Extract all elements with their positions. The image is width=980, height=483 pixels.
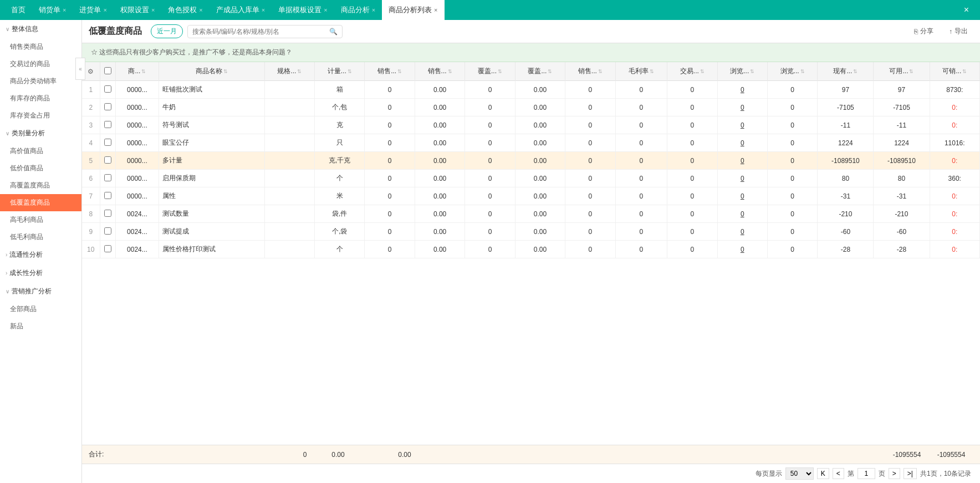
sidebar-collapse-button[interactable]: « bbox=[75, 58, 85, 80]
nav-item-purchase[interactable]: 进货单 × bbox=[73, 0, 113, 20]
cell-browse1[interactable]: 0 bbox=[717, 81, 767, 99]
th-available[interactable]: 可用... ⇅ bbox=[874, 62, 930, 81]
row-checkbox[interactable] bbox=[104, 210, 111, 217]
th-code[interactable]: 商... ⇅ bbox=[115, 62, 159, 81]
th-coverage2[interactable]: 覆盖... ⇅ bbox=[515, 62, 565, 81]
th-sales-days[interactable]: 销售... ⇅ bbox=[565, 62, 615, 81]
cell-checkbox[interactable] bbox=[100, 152, 115, 170]
cell-checkbox[interactable] bbox=[100, 81, 115, 99]
sidebar-section-flow[interactable]: › 流通性分析 bbox=[0, 246, 81, 264]
next-page-button[interactable]: > bbox=[889, 468, 900, 479]
nav-item-roles[interactable]: 角色授权 × bbox=[161, 0, 209, 20]
row-checkbox[interactable] bbox=[104, 121, 111, 128]
sidebar-item-high-margin[interactable]: 高毛利商品 bbox=[0, 211, 81, 228]
th-unit[interactable]: 计量... ⇅ bbox=[315, 62, 365, 81]
th-coverage1[interactable]: 覆盖... ⇅ bbox=[465, 62, 515, 81]
th-checkbox[interactable] bbox=[100, 62, 115, 81]
cell-checkbox[interactable] bbox=[100, 187, 115, 205]
close-templates-icon[interactable]: × bbox=[324, 7, 327, 13]
sidebar-section-category[interactable]: ∨ 类别量分析 bbox=[0, 124, 81, 143]
row-checkbox[interactable] bbox=[104, 174, 111, 181]
sidebar-item-all-goods[interactable]: 全部商品 bbox=[0, 301, 81, 318]
row-checkbox[interactable] bbox=[104, 85, 111, 93]
cell-checkbox[interactable] bbox=[100, 116, 115, 134]
sort-stock-icon: ⇅ bbox=[853, 69, 858, 74]
th-browse2[interactable]: 浏览... ⇅ bbox=[767, 62, 817, 81]
close-products-icon[interactable]: × bbox=[262, 7, 265, 13]
cell-sales-days: 0 bbox=[565, 205, 615, 223]
nav-item-analysis-list[interactable]: 商品分析列表 × bbox=[382, 0, 444, 20]
table-row: 9 0024... 测试提成 个,袋 0 0.00 0 0.00 0 0 0 0… bbox=[82, 223, 980, 241]
cell-checkbox[interactable] bbox=[100, 99, 115, 116]
nav-item-home[interactable]: 首页 bbox=[4, 0, 32, 20]
close-all-button[interactable]: × bbox=[957, 5, 976, 15]
per-page-select[interactable]: 50 100 200 bbox=[785, 467, 814, 480]
cell-checkbox[interactable] bbox=[100, 223, 115, 241]
row-checkbox[interactable] bbox=[104, 139, 111, 146]
export-button[interactable]: ↑ 导出 bbox=[943, 24, 973, 38]
cell-browse1[interactable]: 0 bbox=[717, 134, 767, 152]
close-analysis-list-icon[interactable]: × bbox=[434, 7, 437, 13]
th-current-stock[interactable]: 现有... ⇅ bbox=[818, 62, 874, 81]
cell-browse1[interactable]: 0 bbox=[717, 116, 767, 134]
row-checkbox[interactable] bbox=[104, 156, 111, 164]
th-transaction[interactable]: 交易... ⇅ bbox=[667, 62, 717, 81]
row-checkbox[interactable] bbox=[104, 227, 111, 235]
prev-page-button[interactable]: < bbox=[833, 468, 844, 479]
th-sellable[interactable]: 可销... ⇅ bbox=[930, 62, 980, 81]
sidebar-section-overall[interactable]: ∨ 整体信息 bbox=[0, 20, 81, 38]
filter-recent-month-button[interactable]: 近一月 bbox=[151, 24, 183, 38]
cell-browse1[interactable]: 0 bbox=[717, 205, 767, 223]
th-browse1[interactable]: 浏览... ⇅ bbox=[717, 62, 767, 81]
cell-checkbox[interactable] bbox=[100, 170, 115, 187]
close-purchase-icon[interactable]: × bbox=[103, 7, 106, 13]
th-sales-qty[interactable]: 销售... ⇅ bbox=[365, 62, 415, 81]
cell-browse1[interactable]: 0 bbox=[717, 99, 767, 116]
row-checkbox[interactable] bbox=[104, 103, 111, 110]
sidebar-item-low-coverage[interactable]: 低覆盖度商品 bbox=[0, 194, 81, 211]
cell-browse1[interactable]: 0 bbox=[717, 187, 767, 205]
th-spec[interactable]: 规格... ⇅ bbox=[264, 62, 314, 81]
nav-item-sales[interactable]: 销货单 × bbox=[32, 0, 73, 20]
first-page-button[interactable]: K bbox=[817, 468, 829, 479]
sidebar-item-low-value[interactable]: 低价值商品 bbox=[0, 160, 81, 177]
nav-item-analysis[interactable]: 商品分析 × bbox=[334, 0, 382, 20]
close-sales-icon[interactable]: × bbox=[63, 7, 66, 13]
cell-browse1[interactable]: 0 bbox=[717, 241, 767, 258]
nav-item-templates[interactable]: 单据模板设置 × bbox=[272, 0, 334, 20]
sidebar-item-new-goods[interactable]: 新品 bbox=[0, 318, 81, 335]
search-icon[interactable]: 🔍 bbox=[329, 28, 338, 35]
sidebar-item-sales-goods[interactable]: 销售类商品 bbox=[0, 38, 81, 55]
sidebar-item-traded-goods[interactable]: 交易过的商品 bbox=[0, 55, 81, 73]
cell-checkbox[interactable] bbox=[100, 241, 115, 258]
close-permissions-icon[interactable]: × bbox=[151, 7, 155, 13]
nav-item-products[interactable]: 产成品入库单 × bbox=[210, 0, 272, 20]
sidebar-item-inventory-capital[interactable]: 库存资金占用 bbox=[0, 107, 81, 124]
row-checkbox[interactable] bbox=[104, 192, 111, 199]
last-page-button[interactable]: >| bbox=[904, 468, 917, 479]
search-input[interactable] bbox=[192, 28, 329, 35]
sidebar-item-with-inventory[interactable]: 有库存的商品 bbox=[0, 90, 81, 107]
sidebar-section-marketing[interactable]: ∨ 营销推广分析 bbox=[0, 282, 81, 301]
select-all-checkbox[interactable] bbox=[104, 67, 111, 74]
close-analysis-icon[interactable]: × bbox=[372, 7, 375, 13]
settings-icon[interactable]: ⚙ bbox=[88, 68, 94, 75]
th-name[interactable]: 商品名称 ⇅ bbox=[159, 62, 264, 81]
share-button[interactable]: ⎘ 分享 bbox=[908, 24, 939, 38]
cell-browse1[interactable]: 0 bbox=[717, 170, 767, 187]
cell-browse1[interactable]: 0 bbox=[717, 223, 767, 241]
cell-browse1[interactable]: 0 bbox=[717, 152, 767, 170]
cell-checkbox[interactable] bbox=[100, 205, 115, 223]
close-roles-icon[interactable]: × bbox=[199, 7, 202, 13]
sidebar-item-high-value[interactable]: 高价值商品 bbox=[0, 143, 81, 160]
sidebar-item-high-coverage[interactable]: 高覆盖度商品 bbox=[0, 177, 81, 194]
sidebar-item-category-activity[interactable]: 商品分类动销率 bbox=[0, 73, 81, 90]
sidebar-section-growth[interactable]: › 成长性分析 bbox=[0, 264, 81, 282]
th-gross-margin[interactable]: 毛利率 ⇅ bbox=[615, 62, 667, 81]
page-number-input[interactable] bbox=[858, 468, 875, 479]
row-checkbox[interactable] bbox=[104, 245, 111, 252]
th-sales-amount[interactable]: 销售... ⇅ bbox=[415, 62, 465, 81]
nav-item-permissions[interactable]: 权限设置 × bbox=[114, 0, 161, 20]
cell-checkbox[interactable] bbox=[100, 134, 115, 152]
sidebar-item-low-margin[interactable]: 低毛利商品 bbox=[0, 228, 81, 246]
